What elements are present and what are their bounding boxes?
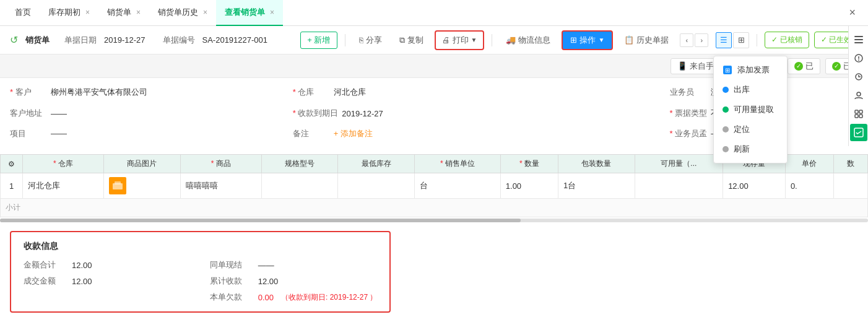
- view-toggle: ☰ ⊞: [716, 32, 749, 48]
- divider1: [345, 34, 345, 46]
- row-warehouse: 河北仓库: [23, 173, 104, 199]
- tab-sales-history-close[interactable]: ×: [203, 8, 207, 17]
- row-qty: 1.00: [500, 173, 558, 199]
- owed-row: 本单欠款 0.00 （收款到期日: 2019-12-27 ）: [210, 292, 378, 303]
- tab-inventory-close[interactable]: ×: [85, 8, 90, 17]
- remark-field: 备注 + 添加备注: [293, 128, 481, 139]
- img-th: 商品图片: [104, 155, 181, 173]
- sidebar-icon-1[interactable]: [850, 31, 867, 48]
- locate-icon: [723, 126, 729, 132]
- done1-icon: ✓: [794, 62, 803, 71]
- subtotal-label: 小计: [1, 199, 868, 217]
- same-order-label: 同单现结: [210, 259, 253, 271]
- num-label: 单据编号: [163, 35, 195, 46]
- pkgqty-th: 包装数量: [558, 155, 635, 173]
- customer-label: 客户: [10, 87, 47, 98]
- cumulative-value: 12.00: [258, 277, 279, 286]
- row-img: [104, 173, 181, 199]
- customer-field: 客户 柳州粤港平安气体有限公司: [10, 85, 198, 99]
- locate-item[interactable]: 定位: [714, 119, 787, 139]
- tab-sales-history[interactable]: 销货单历史 ×: [149, 0, 216, 26]
- refresh-item[interactable]: 刷新: [714, 139, 787, 159]
- grid-view-button[interactable]: ⊞: [733, 32, 749, 48]
- share-button[interactable]: ⎘ 分享: [353, 32, 388, 48]
- print-button[interactable]: 🖨 打印 ▼: [435, 30, 485, 50]
- deal-row: 成交金额 12.00: [24, 276, 191, 287]
- history-button[interactable]: 📋 历史单据: [618, 32, 675, 48]
- ops-icon: ⊞: [570, 35, 577, 45]
- tab-home-label: 首页: [15, 7, 31, 18]
- add-remark-button[interactable]: + 添加备注: [330, 128, 377, 139]
- payment-section: 收款信息 金额合计 12.00 同单现结 —— 成交金额 12.00: [0, 222, 868, 321]
- done2-icon: ✓: [832, 62, 841, 71]
- new-button[interactable]: + 新增: [300, 32, 337, 49]
- owed-note: （收款到期日: 2019-12-27 ）: [281, 292, 377, 303]
- tab-sales-label: 销货单: [107, 7, 131, 18]
- project-value: ——: [47, 128, 71, 139]
- tab-view-sales-close[interactable]: ×: [270, 8, 274, 17]
- svg-rect-4: [854, 42, 863, 43]
- sidebar-icon-4[interactable]: [850, 87, 867, 104]
- ops-button[interactable]: ⊞ 操作 ▼: [562, 30, 613, 50]
- tab-sales-close[interactable]: ×: [136, 8, 141, 17]
- warehouse-th: 仓库: [23, 155, 104, 173]
- outbound-item[interactable]: 出库: [714, 80, 787, 100]
- row-avail: [635, 173, 723, 199]
- refresh-icon: [723, 146, 729, 152]
- refresh-label: 刷新: [734, 144, 750, 155]
- total-label: 金额合计: [24, 259, 67, 271]
- ops-dropdown-menu: ⊞ 添加发票 出库 可用量提取 定位 刷新: [713, 56, 788, 163]
- sidebar-icon-3[interactable]: [850, 68, 867, 85]
- add-invoice-label: 添加发票: [737, 64, 770, 76]
- row-spec: [261, 173, 338, 199]
- remark-label: 备注: [293, 128, 330, 139]
- table-row: 1 河北仓库 嘻嘻嘻嘻 台 1.00 1台: [1, 173, 868, 199]
- done1-button[interactable]: ✓ 已: [788, 58, 820, 74]
- svg-rect-1: [115, 181, 121, 185]
- share-icon: ⎘: [359, 36, 363, 45]
- sales-label: 业务员孟: [670, 128, 708, 139]
- tab-home[interactable]: 首页: [6, 0, 40, 26]
- locate-label: 定位: [734, 124, 750, 135]
- row-minstock: [338, 173, 415, 199]
- payment-box: 收款信息 金额合计 12.00 同单现结 —— 成交金额 12.00: [10, 231, 391, 313]
- avail-extract-item[interactable]: 可用量提取: [714, 100, 787, 119]
- address-label: 客户地址: [10, 108, 47, 119]
- plus-icon: +: [334, 129, 339, 138]
- copy-icon: ⧉: [399, 35, 405, 45]
- owed-value: 0.00: [258, 293, 274, 302]
- toolbar: ↺ 销货单 单据日期 2019-12-27 单据编号 SA-20191227-0…: [0, 26, 868, 54]
- copy-button[interactable]: ⧉ 复制: [393, 32, 430, 48]
- svg-rect-13: [859, 115, 862, 118]
- settings-th[interactable]: ⚙: [1, 155, 23, 173]
- tab-view-sales[interactable]: 查看销货单 ×: [216, 0, 283, 26]
- amount-th: 数: [833, 155, 867, 173]
- outbound-label: 出库: [734, 84, 750, 95]
- add-invoice-item[interactable]: ⊞ 添加发票: [714, 60, 787, 80]
- row-stock: 12.00: [723, 173, 786, 199]
- divider3: [757, 34, 757, 46]
- staff-label: 业务员: [670, 87, 707, 98]
- tab-inventory[interactable]: 库存期初 ×: [40, 0, 98, 26]
- logistics-icon: 🚚: [506, 35, 516, 45]
- sidebar-icon-2[interactable]: [850, 50, 867, 67]
- tab-sales[interactable]: 销货单 ×: [98, 0, 149, 26]
- deal-value: 12.00: [72, 277, 92, 286]
- owed-label: 本单欠款: [210, 292, 253, 303]
- window-close-button[interactable]: ×: [843, 6, 862, 19]
- next-arrow[interactable]: ›: [695, 33, 708, 47]
- sidebar-icon-6[interactable]: [850, 124, 867, 141]
- deal-label: 成交金额: [24, 276, 67, 287]
- product-th: 商品: [180, 155, 261, 173]
- spec-th: 规格型号: [261, 155, 338, 173]
- sold-button[interactable]: ✓ 已核销: [765, 32, 809, 48]
- prev-arrow[interactable]: ‹: [680, 33, 693, 47]
- list-view-button[interactable]: ☰: [716, 32, 732, 48]
- cumulative-label: 累计收款: [210, 276, 253, 287]
- sidebar-icon-5[interactable]: [850, 105, 867, 123]
- svg-rect-11: [859, 110, 862, 113]
- row-unit: 台: [415, 173, 501, 199]
- logistics-button[interactable]: 🚚 物流信息: [500, 32, 557, 48]
- warehouse-value: 河北仓库: [330, 85, 370, 99]
- same-order-value: ——: [258, 261, 274, 270]
